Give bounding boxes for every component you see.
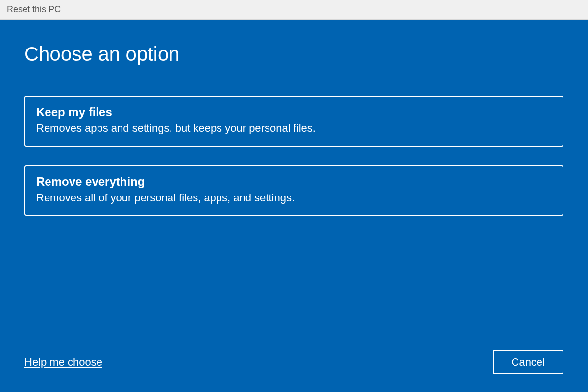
window-title: Reset this PC [7, 4, 61, 15]
option-title: Keep my files [36, 105, 552, 119]
option-description: Removes all of your personal files, apps… [36, 191, 552, 205]
cancel-button[interactable]: Cancel [493, 350, 564, 374]
dialog-footer: Help me choose Cancel [24, 350, 564, 374]
option-remove-everything[interactable]: Remove everything Removes all of your pe… [24, 165, 564, 216]
window-titlebar: Reset this PC [0, 0, 588, 20]
option-title: Remove everything [36, 175, 552, 189]
dialog-content: Choose an option Keep my files Removes a… [0, 20, 588, 392]
help-me-choose-link[interactable]: Help me choose [24, 356, 102, 368]
option-keep-my-files[interactable]: Keep my files Removes apps and settings,… [24, 96, 564, 147]
option-description: Removes apps and settings, but keeps you… [36, 121, 552, 136]
page-title: Choose an option [24, 43, 564, 65]
